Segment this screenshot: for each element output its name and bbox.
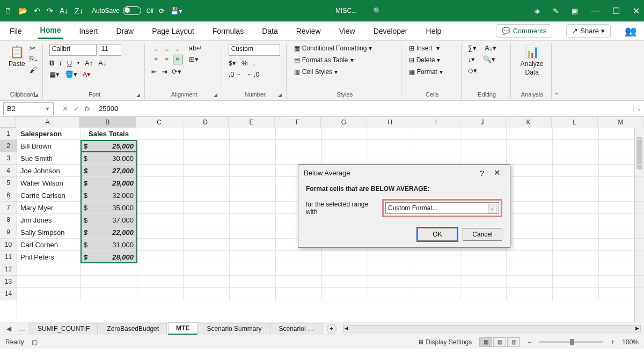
cell[interactable]	[507, 214, 553, 226]
cell[interactable]	[599, 226, 644, 239]
column-header[interactable]: M	[598, 117, 644, 128]
cell[interactable]	[230, 263, 276, 276]
cell[interactable]: Sales Totals	[80, 128, 137, 140]
cell[interactable]	[184, 251, 230, 263]
cell[interactable]	[460, 288, 507, 300]
cell[interactable]: Sally Simpson	[17, 226, 80, 239]
cell[interactable]	[599, 189, 644, 202]
tab-view[interactable]: View	[337, 24, 357, 39]
cell[interactable]	[230, 202, 276, 214]
cell[interactable]	[230, 140, 276, 152]
cut-icon[interactable]: ✂	[30, 44, 38, 53]
cell[interactable]	[368, 140, 414, 152]
diamond-icon[interactable]: ◈	[535, 7, 540, 15]
cell[interactable]	[230, 177, 276, 189]
cell[interactable]	[599, 276, 644, 288]
cell[interactable]	[599, 263, 644, 276]
display-settings-button[interactable]: 🖥 Display Settings	[418, 338, 472, 346]
cell[interactable]	[80, 288, 137, 300]
file-name[interactable]: MISC...	[335, 7, 357, 14]
cell[interactable]	[460, 251, 507, 263]
cell[interactable]	[184, 226, 230, 239]
new-file-icon[interactable]: 🗋	[4, 6, 12, 15]
column-header[interactable]: C	[136, 117, 182, 128]
cell[interactable]	[184, 165, 230, 177]
row-header[interactable]: 11	[0, 251, 17, 263]
column-header[interactable]: J	[459, 117, 506, 128]
bold-icon[interactable]: B	[49, 59, 54, 67]
cell[interactable]	[184, 152, 230, 165]
cell[interactable]	[599, 214, 644, 226]
align-mid-right[interactable]: ≡	[173, 55, 182, 64]
cell[interactable]: Jim Jones	[17, 214, 80, 226]
comma-icon[interactable]: ,	[253, 59, 255, 67]
row-header[interactable]: 2	[0, 140, 17, 152]
cell[interactable]	[507, 251, 553, 263]
cancel-formula-icon[interactable]: ✕	[62, 105, 68, 113]
row-header[interactable]: 8	[0, 214, 17, 226]
cell[interactable]	[137, 165, 184, 177]
column-header[interactable]: H	[367, 117, 413, 128]
minimize-icon[interactable]: —	[591, 6, 599, 16]
window-icon[interactable]: ▣	[572, 7, 578, 15]
cell[interactable]	[17, 276, 80, 288]
cell[interactable]	[230, 288, 276, 300]
cell[interactable]	[599, 239, 644, 251]
cell[interactable]	[230, 239, 276, 251]
cell[interactable]	[507, 288, 553, 300]
cell[interactable]	[137, 214, 184, 226]
cell[interactable]	[553, 177, 599, 189]
cell[interactable]	[460, 152, 507, 165]
cell[interactable]	[137, 128, 184, 140]
delete-cells-button[interactable]: ⊟ Delete ▾	[408, 56, 457, 64]
cell[interactable]	[322, 128, 368, 140]
percent-icon[interactable]: %	[241, 59, 248, 67]
copy-icon[interactable]: ⎘▾	[30, 55, 38, 63]
sheet-tab[interactable]: ZeroBasedBudget	[99, 323, 167, 334]
cell[interactable]: Sue Smith	[17, 152, 80, 165]
cell[interactable]: $32,000	[80, 189, 137, 202]
cell[interactable]: Mary Myer	[17, 202, 80, 214]
cell[interactable]	[137, 202, 184, 214]
cell[interactable]	[230, 214, 276, 226]
launcher-icon[interactable]: ◢	[214, 92, 217, 98]
row-header[interactable]: 9	[0, 226, 17, 239]
cell[interactable]	[184, 140, 230, 152]
row-header[interactable]: 1	[0, 128, 17, 140]
cell[interactable]	[368, 251, 414, 263]
close-dialog-icon[interactable]: ✕	[489, 168, 504, 178]
undo-icon[interactable]: ↶	[34, 6, 40, 15]
expand-formula-icon[interactable]: ⌄	[633, 106, 644, 112]
autosum-icon[interactable]: ∑▾	[468, 44, 477, 52]
cell[interactable]	[460, 140, 507, 152]
cell[interactable]: $22,000	[80, 226, 137, 239]
comments-button[interactable]: 💬 Comments	[496, 24, 552, 38]
cell[interactable]	[276, 288, 322, 300]
cell[interactable]	[322, 276, 368, 288]
column-header[interactable]: A	[16, 117, 79, 128]
cell[interactable]	[599, 177, 644, 189]
format-table-button[interactable]: ▤ Format as Table ▾	[293, 56, 397, 64]
font-name-select[interactable]: Calibri	[49, 44, 97, 56]
cell-styles-button[interactable]: ▥ Cell Styles ▾	[293, 68, 397, 76]
tab-insert[interactable]: Insert	[77, 24, 100, 39]
cell[interactable]	[322, 251, 368, 263]
format-painter-icon[interactable]: 🖌	[30, 65, 38, 74]
cell[interactable]	[507, 140, 553, 152]
sheet-tab[interactable]: SUMIF_COUNTIF	[30, 323, 98, 334]
cell[interactable]	[507, 276, 553, 288]
fill-color-icon[interactable]: 🪣▾	[65, 70, 77, 78]
sheet-tab[interactable]: ScenarioI …	[270, 323, 322, 334]
decrease-indent-icon[interactable]: ⇤	[151, 68, 157, 76]
cell[interactable]	[599, 165, 644, 177]
cell[interactable]	[184, 189, 230, 202]
tab-page-layout[interactable]: Page Layout	[150, 24, 196, 39]
cell[interactable]	[184, 263, 230, 276]
cell[interactable]	[414, 152, 460, 165]
sheet-tab[interactable]: MTE	[168, 322, 197, 335]
row-header[interactable]: 13	[0, 276, 17, 288]
align-top-left[interactable]: ≡	[151, 44, 161, 54]
close-icon[interactable]: ✕	[633, 6, 640, 16]
cell[interactable]: Carrie Carlson	[17, 189, 80, 202]
sort-desc-icon[interactable]: Z↓	[75, 6, 83, 15]
